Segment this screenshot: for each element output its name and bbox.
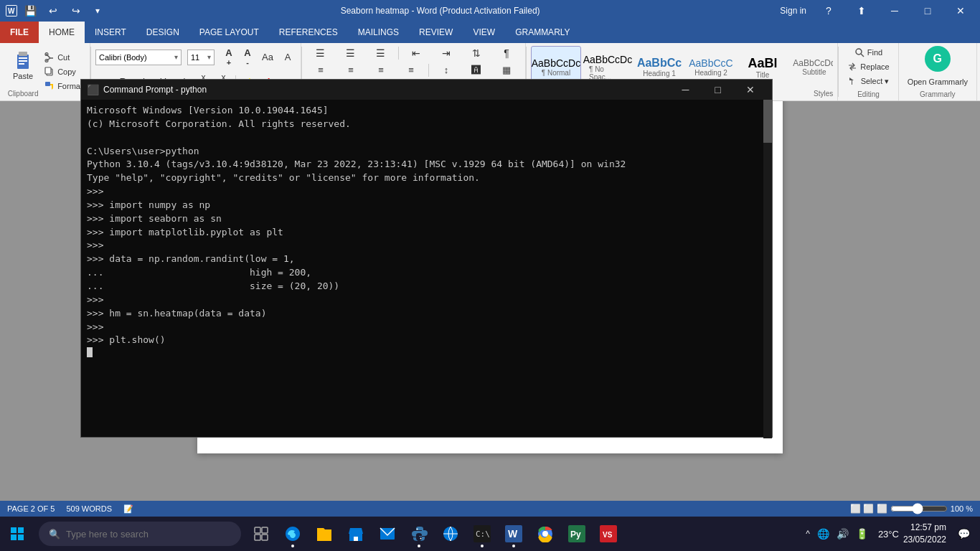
cut-button[interactable]: Cut (42, 51, 85, 64)
cmd-body[interactable]: Microsoft Windows [Version 10.0.19044.16… (81, 100, 772, 437)
open-grammarly-button[interactable]: Open Grammarly (903, 75, 972, 89)
taskbar-store-icon[interactable] (340, 518, 372, 550)
align-center-button[interactable]: ≡ (336, 63, 365, 77)
tab-mailings[interactable]: MAILINGS (348, 22, 409, 43)
save-icon[interactable]: 💾 (20, 0, 40, 22)
tab-design[interactable]: DESIGN (136, 22, 189, 43)
statusbar-left: PAGE 2 OF 5 509 WORDS 📝 (7, 504, 133, 514)
undo-icon[interactable]: ↩ (43, 0, 63, 22)
minimize-button[interactable]: ─ (878, 0, 911, 22)
decrease-indent-button[interactable]: ⇤ (402, 46, 430, 60)
search-input[interactable] (66, 529, 231, 540)
tab-home[interactable]: HOME (39, 22, 85, 43)
decrease-font-button[interactable]: A- (239, 46, 256, 68)
taskbar-cmd-icon[interactable]: C:\ (466, 518, 498, 550)
ribbon-toggle-button[interactable]: ⬆ (845, 0, 878, 22)
close-button[interactable]: ✕ (944, 0, 977, 22)
clock-date: 23/05/2022 (903, 534, 946, 546)
increase-indent-button[interactable]: ⇥ (432, 46, 461, 60)
svg-text:W: W (8, 7, 15, 15)
tab-page-layout[interactable]: PAGE LAYOUT (189, 22, 269, 43)
sort-button[interactable]: ⇅ (462, 46, 491, 60)
taskbar-word-icon[interactable]: W (498, 518, 529, 550)
notification-icon[interactable]: 💬 (955, 525, 973, 542)
word-count[interactable]: 509 WORDS (66, 504, 112, 514)
editing-group-label: Editing (857, 89, 880, 98)
tab-view[interactable]: VIEW (463, 22, 505, 43)
network-icon[interactable]: 🌐 (814, 525, 832, 542)
show-hidden-icon[interactable]: ^ (803, 526, 813, 542)
tab-grammarly[interactable]: GRAMMARLY (505, 22, 580, 43)
style-subtitle[interactable]: AaBbCcDd Subtitle (789, 46, 833, 88)
ribbon-tabs: FILE HOME INSERT DESIGN PAGE LAYOUT REFE… (0, 22, 980, 43)
paste-button[interactable]: Paste (7, 46, 39, 83)
sign-in-button[interactable]: Sign in (774, 3, 812, 19)
redo-icon[interactable]: ↪ (66, 0, 86, 22)
bullets-button[interactable]: ☰ (306, 46, 335, 60)
battery-icon[interactable]: 🔋 (853, 525, 871, 542)
clear-formatting-button[interactable]: Aa (259, 50, 276, 64)
font-family-selector[interactable]: Calibri (Body) ▾ (95, 50, 182, 65)
help-button[interactable]: ? (812, 0, 845, 22)
align-right-button[interactable]: ≡ (367, 63, 395, 77)
editing-group: Find Replace Select ▾ Editing (839, 43, 898, 100)
svg-text:VS: VS (603, 531, 613, 539)
task-view-button[interactable] (245, 518, 277, 550)
svg-text:Py: Py (570, 529, 581, 540)
line-spacing-button[interactable]: ↕ (432, 63, 461, 77)
zoom-slider[interactable] (890, 503, 948, 514)
view-mode-icons: ⬜ ⬜ ⬜ (850, 504, 887, 514)
customize-icon[interactable]: ▾ (89, 0, 106, 22)
taskbar-globe-icon[interactable] (435, 518, 466, 550)
word-active-dot (512, 545, 515, 547)
grammarly-icon[interactable]: G (925, 46, 951, 72)
cmd-controls: ─ □ ✕ (669, 80, 766, 100)
zoom-percent[interactable]: 100 % (951, 504, 973, 513)
text-effects-button[interactable]: A (279, 50, 296, 64)
tab-file[interactable]: FILE (0, 22, 39, 43)
tab-review[interactable]: REVIEW (409, 22, 463, 43)
speaker-icon[interactable]: 🔊 (834, 525, 852, 542)
show-formatting-button[interactable]: ¶ (492, 46, 521, 60)
word-icon: W (6, 5, 17, 17)
taskbar-extra2-icon[interactable]: VS (593, 518, 624, 550)
page-indicator[interactable]: PAGE 2 OF 5 (7, 504, 55, 514)
clock-time: 12:57 pm (903, 522, 946, 534)
taskbar-search[interactable]: 🔍 (39, 522, 241, 546)
format-painter-button[interactable]: Format (42, 80, 85, 93)
cmd-scrollbar-thumb[interactable] (763, 100, 772, 143)
copy-button[interactable]: Copy (42, 65, 85, 78)
tab-insert[interactable]: INSERT (85, 22, 136, 43)
proofing-icon[interactable]: 📝 (123, 504, 133, 514)
svg-rect-21 (262, 534, 268, 540)
find-button[interactable]: Find (850, 46, 887, 59)
borders-button[interactable]: ▦ (492, 63, 521, 77)
cmd-scrollbar[interactable] (763, 100, 772, 438)
taskbar-extra1-icon[interactable]: Py (561, 518, 593, 550)
numbering-button[interactable]: ☰ (336, 46, 365, 60)
cmd-minimize-button[interactable]: ─ (669, 80, 702, 100)
cmd-close-button[interactable]: ✕ (734, 80, 766, 100)
multilevel-list-button[interactable]: ☰ (367, 46, 395, 60)
align-left-button[interactable]: ≡ (306, 63, 335, 77)
taskbar-edge-icon[interactable] (277, 518, 308, 550)
replace-button[interactable]: Replace (843, 60, 893, 73)
taskbar-mail-icon[interactable] (372, 518, 403, 550)
select-button[interactable]: Select ▾ (844, 75, 894, 88)
cmd-maximize-button[interactable]: □ (702, 80, 734, 100)
taskbar-python-icon[interactable] (403, 518, 435, 550)
tab-references[interactable]: REFERENCES (269, 22, 348, 43)
weather-indicator[interactable]: 23°C (878, 529, 899, 540)
maximize-button[interactable]: □ (911, 0, 944, 22)
word-title: Seaborn heatmap - Word (Product Activati… (106, 6, 774, 16)
shading-button[interactable]: 🅰 (462, 63, 491, 77)
taskbar-chrome-icon[interactable] (529, 518, 561, 550)
start-button[interactable] (0, 517, 34, 551)
clock[interactable]: 12:57 pm 23/05/2022 (903, 522, 946, 546)
taskbar-explorer-icon[interactable] (308, 518, 340, 550)
grammarly-group: G Open Grammarly Grammarly (899, 43, 977, 100)
grammarly-group-label: Grammarly (920, 89, 955, 98)
font-size-selector[interactable]: 11 ▾ (187, 50, 215, 65)
increase-font-button[interactable]: A+ (220, 46, 237, 68)
justify-button[interactable]: ≡ (397, 63, 425, 77)
